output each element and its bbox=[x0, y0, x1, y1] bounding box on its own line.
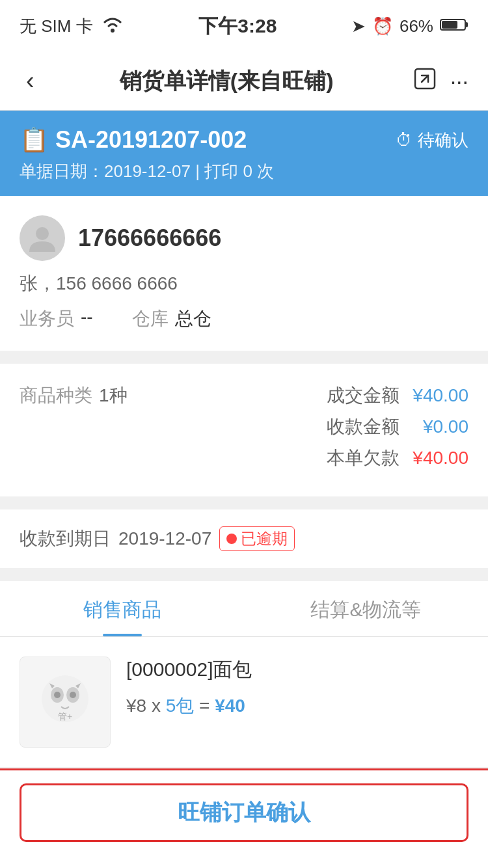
due-date-label: 收款到期日 bbox=[20, 526, 111, 551]
amounts-group: 成交金额 ¥40.00 收款金额 ¥0.00 本单欠款 ¥40.00 bbox=[327, 383, 468, 477]
warehouse-label: 仓库 bbox=[132, 306, 169, 331]
product-thumb-logo: 管+ bbox=[39, 673, 91, 732]
product-info: [0000002]面包 ¥8 x 5包 = ¥40 bbox=[126, 657, 468, 718]
confirm-btn-container: 旺铺订单确认 bbox=[0, 768, 488, 868]
order-date-print: 单据日期：2019-12-07 | 打印 0 次 bbox=[20, 160, 468, 183]
svg-point-9 bbox=[54, 692, 61, 698]
salesman-item: 业务员 -- bbox=[20, 306, 93, 331]
tab-sales-product[interactable]: 销售商品 bbox=[0, 581, 244, 636]
customer-meta: 业务员 -- 仓库 总仓 bbox=[20, 306, 468, 331]
product-type-item: 商品种类 1种 bbox=[20, 383, 128, 408]
deal-amount-value: ¥40.00 bbox=[413, 385, 468, 406]
nav-actions: ··· bbox=[413, 66, 468, 96]
order-info-section: 商品种类 1种 成交金额 ¥40.00 收款金额 ¥0.00 本单欠款 ¥40.… bbox=[0, 364, 488, 496]
status-right: ➤ ⏰ 66% bbox=[351, 16, 468, 36]
price-equals: = bbox=[199, 696, 215, 716]
header-banner: 📋 SA-20191207-002 ⏱ 待确认 单据日期：2019-12-07 … bbox=[0, 111, 488, 196]
salesman-value: -- bbox=[81, 306, 93, 331]
confirm-order-button[interactable]: 旺铺订单确认 bbox=[20, 783, 468, 842]
page-title: 销货单详情(来自旺铺) bbox=[41, 66, 413, 96]
svg-rect-2 bbox=[465, 22, 468, 27]
product-section: 管+ [0000002]面包 ¥8 x 5包 = ¥40 bbox=[0, 637, 488, 767]
avatar bbox=[20, 215, 65, 261]
deal-amount-row: 成交金额 ¥40.00 bbox=[327, 383, 468, 408]
location-icon: ➤ bbox=[351, 16, 366, 36]
battery-label: 66% bbox=[400, 16, 433, 36]
order-status-badge: ⏱ 待确认 bbox=[396, 129, 468, 152]
svg-point-10 bbox=[70, 692, 76, 698]
debt-amount-label: 本单欠款 bbox=[327, 446, 400, 470]
order-icon: 📋 bbox=[20, 126, 49, 154]
overdue-badge: 已逾期 bbox=[219, 526, 295, 551]
salesman-label: 业务员 bbox=[20, 306, 74, 331]
overdue-dot-icon bbox=[226, 534, 237, 544]
receipt-amount-value: ¥0.00 bbox=[423, 416, 468, 437]
alarm-icon: ⏰ bbox=[372, 16, 393, 36]
price-quantity: 5包 bbox=[166, 696, 195, 716]
customer-name-phone: 张，156 6666 6666 bbox=[20, 271, 468, 296]
status-text: 待确认 bbox=[418, 129, 468, 152]
back-button[interactable]: ‹ bbox=[20, 61, 41, 102]
receipt-amount-row: 收款金额 ¥0.00 bbox=[327, 414, 468, 439]
banner-top: 📋 SA-20191207-002 ⏱ 待确认 bbox=[20, 126, 468, 154]
tabs-bar: 销售商品 结算&物流等 bbox=[0, 581, 488, 637]
customer-top: 17666666666 bbox=[20, 215, 468, 261]
nav-bar: ‹ 销货单详情(来自旺铺) ··· bbox=[0, 52, 488, 111]
customer-id: 17666666666 bbox=[78, 224, 221, 252]
price-total: ¥40 bbox=[215, 696, 245, 716]
product-name: [0000002]面包 bbox=[126, 657, 468, 683]
status-time: 下午3:28 bbox=[198, 13, 277, 40]
debt-amount-value: ¥40.00 bbox=[413, 448, 468, 468]
tab-settlement-logistics[interactable]: 结算&物流等 bbox=[244, 581, 488, 636]
receipt-amount-label: 收款金额 bbox=[327, 414, 400, 439]
product-type-label: 商品种类 bbox=[20, 383, 92, 408]
warehouse-value: 总仓 bbox=[175, 306, 211, 331]
customer-section: 17666666666 张，156 6666 6666 业务员 -- 仓库 总仓 bbox=[0, 196, 488, 351]
svg-text:管+: 管+ bbox=[58, 711, 72, 722]
warehouse-item: 仓库 总仓 bbox=[132, 306, 211, 331]
product-thumbnail: 管+ bbox=[20, 657, 111, 748]
carrier-label: 无 SIM 卡 bbox=[20, 15, 93, 38]
clock-icon: ⏱ bbox=[396, 130, 413, 150]
svg-point-5 bbox=[36, 227, 49, 240]
status-left: 无 SIM 卡 bbox=[20, 15, 124, 38]
order-number: 📋 SA-20191207-002 bbox=[20, 126, 247, 154]
product-price: ¥8 x 5包 = ¥40 bbox=[126, 694, 468, 718]
product-type-group: 商品种类 1种 bbox=[20, 383, 128, 414]
order-number-text: SA-20191207-002 bbox=[55, 126, 247, 154]
price-multiply: x bbox=[152, 696, 166, 716]
status-bar: 无 SIM 卡 下午3:28 ➤ ⏰ 66% bbox=[0, 0, 488, 52]
overdue-text: 已逾期 bbox=[241, 528, 288, 549]
due-date-section: 收款到期日 2019-12-07 已逾期 bbox=[0, 509, 488, 568]
product-item: 管+ [0000002]面包 ¥8 x 5包 = ¥40 bbox=[20, 657, 468, 748]
svg-rect-3 bbox=[442, 21, 457, 29]
price-unit: ¥8 bbox=[126, 696, 146, 716]
battery-icon bbox=[440, 16, 468, 36]
info-row: 商品种类 1种 成交金额 ¥40.00 收款金额 ¥0.00 本单欠款 ¥40.… bbox=[20, 383, 468, 477]
due-date-value: 2019-12-07 bbox=[118, 528, 211, 549]
svg-point-0 bbox=[111, 29, 115, 33]
wifi-icon bbox=[101, 16, 124, 37]
share-icon[interactable] bbox=[413, 66, 437, 96]
product-type-value: 1种 bbox=[99, 383, 128, 408]
deal-amount-label: 成交金额 bbox=[327, 383, 400, 408]
more-icon[interactable]: ··· bbox=[450, 68, 468, 94]
debt-amount-row: 本单欠款 ¥40.00 bbox=[327, 446, 468, 470]
